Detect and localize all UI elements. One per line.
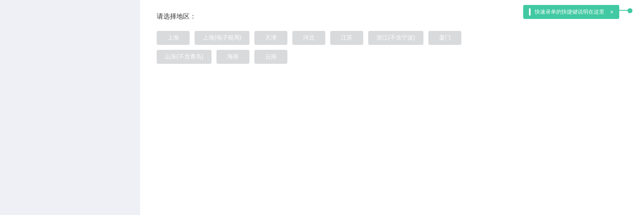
region-button[interactable]: 浙江(不含宁波) <box>368 31 423 45</box>
tooltip-text: 快速录单的快捷键说明在这里 <box>535 8 604 16</box>
region-button[interactable]: 厦门 <box>428 31 461 45</box>
region-button[interactable]: 河北 <box>292 31 325 45</box>
tooltip-close-button[interactable]: × <box>610 9 613 15</box>
region-button[interactable]: 天津 <box>254 31 287 45</box>
tooltip-connector-line <box>618 10 628 11</box>
tooltip-accent-bar <box>529 8 531 16</box>
sidebar <box>0 0 140 215</box>
region-button[interactable]: 山东(不含青岛) <box>157 50 212 64</box>
main-content: 请选择地区： 上海上海(电子税局)天津河北江苏浙江(不含宁波)厦门 山东(不含青… <box>140 0 644 215</box>
region-button[interactable]: 海南 <box>216 50 249 64</box>
region-button[interactable]: 上海(电子税局) <box>195 31 249 45</box>
region-button[interactable]: 上海 <box>157 31 190 45</box>
region-row-1: 上海上海(电子税局)天津河北江苏浙江(不含宁波)厦门 <box>157 31 628 45</box>
region-row-2: 山东(不含青岛)海南云南 <box>157 50 628 64</box>
tooltip-banner: 快速录单的快捷键说明在这里 × <box>523 5 619 19</box>
region-button[interactable]: 云南 <box>254 50 287 64</box>
region-button[interactable]: 江苏 <box>330 31 363 45</box>
tooltip-dot <box>628 8 632 13</box>
